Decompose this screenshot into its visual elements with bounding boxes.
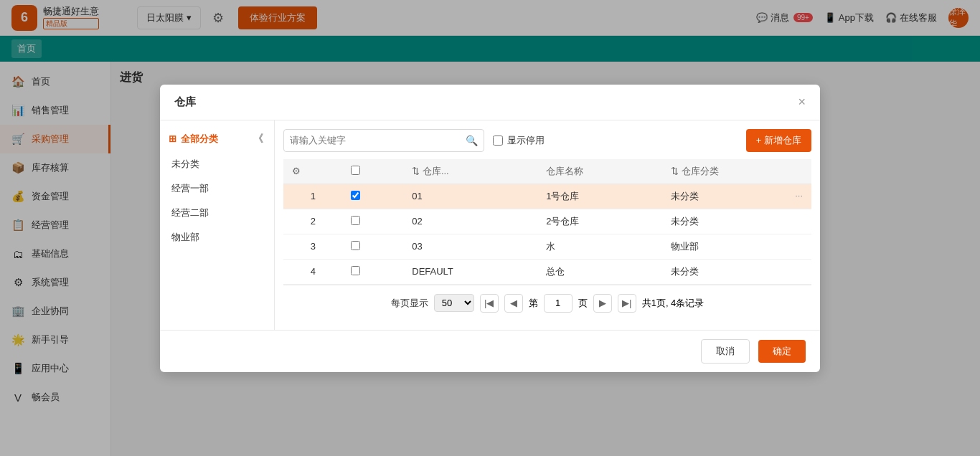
- table-toolbar: 🔍 显示停用 + 新增仓库: [283, 129, 811, 152]
- search-input[interactable]: [290, 135, 461, 146]
- first-page-btn[interactable]: |◀: [480, 294, 499, 313]
- select-all-checkbox[interactable]: [351, 166, 360, 175]
- page-unit: 页: [578, 297, 588, 310]
- cat-item-3[interactable]: 物业部: [160, 225, 274, 250]
- row-name: 水: [537, 234, 662, 259]
- col-category: ⇅ 仓库分类: [662, 159, 811, 184]
- filter-icon: ⇅: [671, 166, 679, 176]
- table-body: 1 01 1号仓库 未分类 ··· 2 02 2号仓库 未分类 3 03 水 物…: [283, 184, 811, 284]
- modal-close-btn[interactable]: ×: [798, 95, 806, 110]
- search-input-wrap[interactable]: 🔍: [283, 129, 484, 152]
- category-sidebar: ⊞ 全部分类 《 未分类 经营一部 经营二部 物业部: [160, 120, 275, 330]
- total-info: 共1页, 4条记录: [642, 297, 705, 310]
- col-code: ⇅ 仓库...: [403, 159, 537, 184]
- modal-footer: 取消 确定: [160, 330, 820, 372]
- cancel-btn[interactable]: 取消: [701, 339, 750, 364]
- cat-item-2[interactable]: 经营二部: [160, 201, 274, 225]
- row-category: 未分类: [662, 259, 811, 284]
- modal-overlay[interactable]: 仓库 × ⊞ 全部分类 《 未分类 经营一部 经营二部 物业部: [0, 0, 980, 456]
- row-category: 未分类: [662, 209, 811, 234]
- row-num: 1: [283, 184, 342, 209]
- warehouse-table: ⚙ ⇅ 仓库... 仓库名称: [283, 159, 811, 285]
- col-name: 仓库名称: [537, 159, 662, 184]
- gear-icon: ⚙: [292, 166, 301, 176]
- table-area: 🔍 显示停用 + 新增仓库 ⚙: [275, 120, 820, 330]
- modal-header: 仓库 ×: [160, 85, 820, 120]
- modal-title: 仓库: [174, 95, 196, 109]
- per-page-select[interactable]: 102050100: [434, 294, 474, 312]
- sort-icon: ⇅: [412, 166, 420, 176]
- col-settings: ⚙: [283, 159, 342, 184]
- modal-body: ⊞ 全部分类 《 未分类 经营一部 经营二部 物业部 🔍: [160, 120, 820, 330]
- table-row[interactable]: 3 03 水 物业部: [283, 234, 811, 259]
- table-row[interactable]: 1 01 1号仓库 未分类 ···: [283, 184, 811, 209]
- row-code: 01: [403, 184, 537, 209]
- all-category-header[interactable]: ⊞ 全部分类 《: [160, 126, 274, 152]
- pagination: 每页显示 102050100 |◀ ◀ 第 页 ▶ ▶| 共1页, 4条记录: [283, 285, 811, 321]
- row-name: 1号仓库: [537, 184, 662, 209]
- row-name: 总仓: [537, 259, 662, 284]
- add-warehouse-btn[interactable]: + 新增仓库: [746, 129, 811, 152]
- search-icon: 🔍: [466, 135, 478, 146]
- row-code: 02: [403, 209, 537, 234]
- page-input[interactable]: [544, 294, 573, 313]
- show-disabled-checkbox[interactable]: [493, 136, 503, 146]
- confirm-btn[interactable]: 确定: [758, 340, 806, 363]
- grid-icon: ⊞: [169, 133, 176, 144]
- cat-item-1[interactable]: 经营一部: [160, 176, 274, 201]
- collapse-btn[interactable]: 《: [251, 132, 265, 146]
- row-num: 4: [283, 259, 342, 284]
- row-code: 03: [403, 234, 537, 259]
- table-header: ⚙ ⇅ 仓库... 仓库名称: [283, 159, 811, 184]
- row-more-btn[interactable]: ···: [795, 190, 803, 201]
- row-checkbox[interactable]: [342, 234, 403, 259]
- page-label: 第: [529, 297, 538, 310]
- row-checkbox[interactable]: [342, 259, 403, 284]
- row-code: DEFAULT: [403, 259, 537, 284]
- cat-item-0[interactable]: 未分类: [160, 152, 274, 176]
- all-category-label: 全部分类: [181, 133, 218, 146]
- per-page-label: 每页显示: [391, 297, 428, 310]
- row-checkbox[interactable]: [342, 209, 403, 234]
- row-category: 物业部: [662, 234, 811, 259]
- table-row[interactable]: 4 DEFAULT 总仓 未分类: [283, 259, 811, 284]
- prev-page-btn[interactable]: ◀: [504, 294, 523, 313]
- row-name: 2号仓库: [537, 209, 662, 234]
- row-num: 3: [283, 234, 342, 259]
- row-num: 2: [283, 209, 342, 234]
- row-category: 未分类 ···: [662, 184, 811, 209]
- table-row[interactable]: 2 02 2号仓库 未分类: [283, 209, 811, 234]
- col-checkbox: [342, 159, 403, 184]
- show-disabled-label[interactable]: 显示停用: [493, 134, 545, 147]
- warehouse-modal: 仓库 × ⊞ 全部分类 《 未分类 经营一部 经营二部 物业部: [160, 85, 820, 372]
- next-page-btn[interactable]: ▶: [593, 294, 612, 313]
- last-page-btn[interactable]: ▶|: [618, 294, 636, 313]
- row-checkbox[interactable]: [342, 184, 403, 209]
